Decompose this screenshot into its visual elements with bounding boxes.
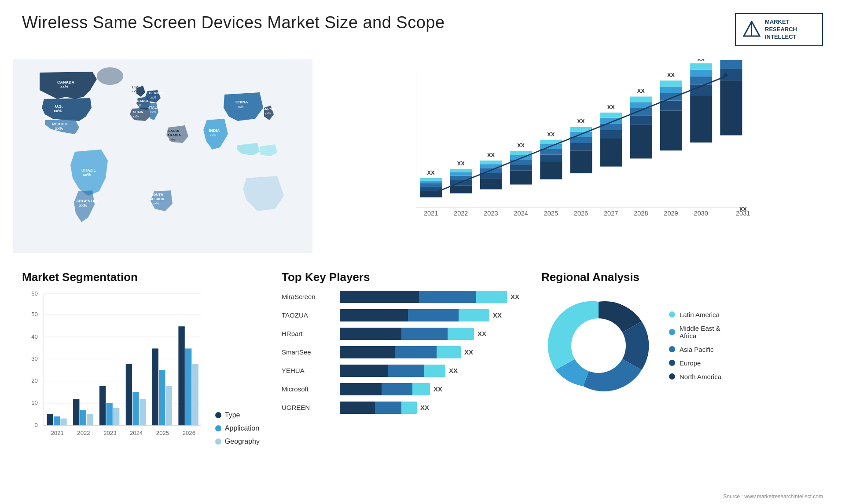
svg-text:2025: 2025 xyxy=(544,209,558,216)
svg-text:2029: 2029 xyxy=(664,209,678,216)
apac-label: Asia Pacific xyxy=(680,346,714,353)
player-name: MiraScreen xyxy=(282,293,334,300)
logo-text: MARKET RESEARCH INTELLECT xyxy=(765,18,797,41)
svg-rect-83 xyxy=(600,130,622,139)
svg-rect-148 xyxy=(152,348,158,425)
svg-rect-144 xyxy=(126,364,132,425)
legend-application: Application xyxy=(215,424,260,432)
player-row: Microsoft XX xyxy=(282,383,519,395)
player-bar-wrap: XX xyxy=(340,383,519,395)
svg-rect-111 xyxy=(720,69,742,80)
app-legend-label: Application xyxy=(225,424,259,432)
svg-rect-103 xyxy=(690,95,712,142)
player-xx: XX xyxy=(420,404,429,411)
svg-rect-141 xyxy=(106,403,112,425)
svg-rect-51 xyxy=(450,169,472,172)
svg-text:xx%: xx% xyxy=(60,84,68,89)
svg-rect-107 xyxy=(690,63,712,70)
world-map: CANADA xx% U.S. xx% MEXICO xx% BRAZIL xx… xyxy=(13,51,312,262)
svg-rect-50 xyxy=(450,172,472,175)
player-name: HRpart xyxy=(282,330,334,337)
svg-text:xx%: xx% xyxy=(136,104,141,107)
svg-rect-150 xyxy=(166,386,172,425)
svg-text:xx%: xx% xyxy=(55,126,63,131)
svg-text:10: 10 xyxy=(31,399,38,406)
svg-rect-96 xyxy=(660,110,682,150)
mea-label: Middle East &Africa xyxy=(680,325,720,340)
svg-rect-69 xyxy=(540,154,562,161)
players-title: Top Key Players xyxy=(282,270,519,284)
svg-text:2023: 2023 xyxy=(103,429,116,436)
svg-text:60: 60 xyxy=(31,290,38,296)
svg-rect-112 xyxy=(720,60,742,68)
player-row: HRpart XX xyxy=(282,328,519,340)
regional-panel: Regional Analysis xyxy=(533,266,832,504)
type-legend-label: Type xyxy=(225,411,240,419)
svg-rect-43 xyxy=(420,180,442,183)
bottom-section: Market Segmentation 0 10 20 30 40 xyxy=(0,262,845,504)
svg-text:U.K.: U.K. xyxy=(132,85,139,89)
svg-text:FRANCE: FRANCE xyxy=(135,99,150,103)
svg-rect-58 xyxy=(480,161,502,164)
map-container: CANADA xx% U.S. xx% MEXICO xx% BRAZIL xx… xyxy=(13,51,312,262)
svg-rect-133 xyxy=(54,416,60,425)
svg-rect-86 xyxy=(600,113,622,118)
svg-text:XX: XX xyxy=(427,169,435,175)
geo-legend-label: Geography xyxy=(225,438,260,446)
na-dot xyxy=(669,373,675,380)
svg-text:xx%: xx% xyxy=(151,96,156,99)
regional-title: Regional Analysis xyxy=(541,270,823,284)
svg-rect-93 xyxy=(630,96,652,102)
player-xx: XX xyxy=(449,367,458,374)
svg-rect-82 xyxy=(600,139,622,167)
svg-rect-154 xyxy=(192,364,198,425)
svg-text:JAPAN: JAPAN xyxy=(264,107,276,111)
svg-rect-134 xyxy=(60,418,66,425)
type-legend-dot xyxy=(215,412,221,418)
mea-dot xyxy=(669,329,675,335)
svg-rect-138 xyxy=(87,414,93,425)
svg-rect-149 xyxy=(159,370,165,425)
svg-text:xx%: xx% xyxy=(210,134,216,137)
svg-text:xx%: xx% xyxy=(133,115,139,118)
donut-chart xyxy=(541,289,656,403)
player-row: UGREEN XX xyxy=(282,402,519,414)
svg-text:SOUTH: SOUTH xyxy=(151,193,163,197)
svg-rect-47 xyxy=(450,185,472,193)
svg-text:2024: 2024 xyxy=(514,209,528,216)
svg-text:20: 20 xyxy=(31,377,38,384)
legend-type: Type xyxy=(215,411,260,419)
svg-text:xx%: xx% xyxy=(79,203,87,208)
svg-rect-61 xyxy=(510,170,532,184)
svg-rect-106 xyxy=(690,69,712,76)
reg-legend-mea: Middle East &Africa xyxy=(669,325,721,340)
svg-text:INDIA: INDIA xyxy=(209,128,220,133)
na-label: North America xyxy=(680,373,721,380)
player-bar-wrap: XX xyxy=(340,291,519,303)
svg-rect-65 xyxy=(510,151,532,155)
svg-text:U.S.: U.S. xyxy=(55,104,63,109)
svg-text:2028: 2028 xyxy=(634,209,648,216)
svg-rect-152 xyxy=(178,326,184,425)
player-name: YEHUA xyxy=(282,367,334,374)
svg-text:xx%: xx% xyxy=(238,105,243,108)
reg-legend-europe: Europe xyxy=(669,359,721,367)
segmentation-chart: 0 10 20 30 40 50 60 xyxy=(22,289,206,457)
svg-text:2023: 2023 xyxy=(484,209,498,216)
svg-text:XX: XX xyxy=(607,103,615,110)
svg-rect-142 xyxy=(113,408,119,425)
svg-text:XX: XX xyxy=(739,206,747,212)
geo-legend-dot xyxy=(215,438,221,445)
svg-rect-110 xyxy=(720,80,742,135)
svg-text:xx%: xx% xyxy=(265,112,271,115)
logo: MARKET RESEARCH INTELLECT xyxy=(735,13,823,46)
segmentation-panel: Market Segmentation 0 10 20 30 40 xyxy=(13,266,268,504)
svg-text:XX: XX xyxy=(697,59,705,62)
svg-text:ITALY: ITALY xyxy=(149,106,159,110)
reg-legend-latin: Latin America xyxy=(669,311,721,318)
svg-point-156 xyxy=(571,318,626,373)
svg-text:xx%: xx% xyxy=(132,90,138,93)
svg-rect-91 xyxy=(630,108,652,115)
player-xx: XX xyxy=(493,311,502,319)
svg-text:XX: XX xyxy=(457,160,465,167)
